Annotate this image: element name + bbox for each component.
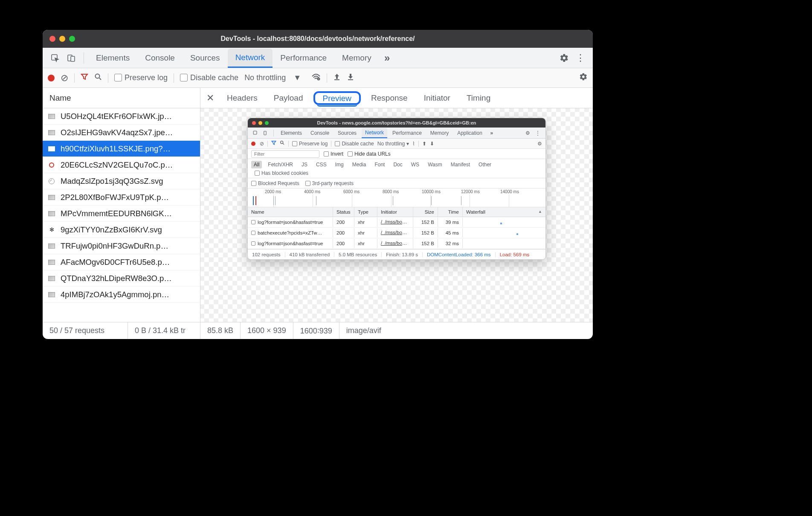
window-title: DevTools - localhost:8080/docs/devtools/… [43, 35, 593, 43]
divider [74, 73, 75, 83]
filter-type-doc: Doc [391, 161, 405, 168]
detail-tab-timing[interactable]: Timing [461, 90, 496, 106]
settings-icon[interactable] [559, 52, 570, 64]
inner-tab-network: Network [362, 128, 387, 138]
chevron-down-icon: ▼ [293, 73, 301, 82]
filter-type-js: JS [299, 161, 310, 168]
detail-tab-initiator[interactable]: Initiator [418, 90, 456, 106]
timeline-tick: 12000 ms [461, 189, 480, 194]
detail-tab-payload[interactable]: Payload [268, 90, 309, 106]
request-row[interactable]: U5OHzQL4tEKFr6OFIxWK.jp… [43, 108, 200, 125]
file-icon [48, 161, 55, 169]
inner-status-requests: 102 requests [248, 252, 285, 257]
inner-settings-icon: ⚙ [524, 130, 531, 136]
request-row[interactable]: MPcVmmemtEEDURBN6lGK… [43, 206, 200, 222]
tab-sources[interactable]: Sources [183, 49, 228, 67]
inspect-icon[interactable] [49, 52, 61, 64]
request-name: MadqZslZpo1sj3qQ3GsZ.svg [61, 177, 163, 186]
timeline-tick: 4000 ms [304, 189, 320, 194]
close-window-button[interactable] [49, 36, 55, 42]
minimize-window-button[interactable] [59, 36, 65, 42]
tab-elements[interactable]: Elements [88, 49, 137, 67]
record-button[interactable] [48, 75, 55, 81]
request-row[interactable]: AFacMOgv6D0CFTr6U5e8.p… [43, 254, 200, 270]
th-initiator: Initiator [377, 207, 413, 217]
download-har-icon[interactable] [347, 73, 354, 83]
disable-cache-checkbox[interactable]: Disable cache [180, 73, 238, 82]
timeline-tick: 8000 ms [383, 189, 399, 194]
request-row[interactable]: 4pIMBj7zOAk1y5Agmmoj.pn… [43, 287, 200, 303]
inner-more-tabs-icon: » [488, 130, 495, 136]
inner-window-title: DevTools - news.google.com/topstories?hl… [248, 120, 545, 125]
inner-network-toolbar: ⊘ Preserve log Disable cache No throttli… [248, 139, 545, 149]
tab-memory[interactable]: Memory [334, 49, 379, 67]
panel-settings-icon[interactable] [579, 72, 588, 84]
file-icon [48, 129, 55, 136]
network-conditions-icon[interactable] [311, 73, 321, 83]
filter-type-other: Other [476, 161, 494, 168]
tab-network[interactable]: Network [228, 49, 273, 68]
detail-tab-headers[interactable]: Headers [221, 90, 264, 106]
divider [84, 52, 84, 64]
filter-icon[interactable] [81, 73, 88, 83]
detail-tab-preview-highlight: Preview [313, 91, 361, 105]
inner-status-load: Load: 569 ms [496, 252, 534, 257]
request-list[interactable]: U5OHzQL4tEKFr6OFIxWK.jp…O2sIJEHG9avKV4aq… [43, 108, 200, 322]
preserve-log-checkbox[interactable]: Preserve log [114, 73, 168, 82]
divider [108, 73, 108, 83]
th-type: Type [354, 207, 377, 217]
detail-tab-preview[interactable]: Preview [317, 90, 358, 107]
filter-type-media: Media [350, 161, 369, 168]
kebab-menu-icon[interactable]: ⋮ [575, 52, 586, 64]
inner-upload-icon: ⬆ [422, 141, 426, 147]
status-requests: 50 / 57 requests [43, 322, 128, 339]
request-name: AFacMOgv6D0CFTr6U5e8.p… [61, 258, 170, 267]
tab-console[interactable]: Console [137, 49, 183, 67]
inner-invert: Invert [324, 151, 343, 157]
request-name: 20E6CLcSzNV2GELQu7oC.p… [61, 160, 173, 170]
svg-rect-7 [253, 131, 257, 134]
detail-tab-response[interactable]: Response [365, 90, 414, 106]
th-time: Time [438, 207, 463, 217]
inner-table-row: log?format=json&hasfast=true200xhr/_/mss… [248, 217, 545, 228]
disable-cache-label: Disable cache [190, 73, 238, 82]
inner-filter-icon [271, 140, 276, 147]
throttling-select[interactable]: No throttling ▼ [244, 73, 305, 82]
svg-rect-6 [348, 79, 353, 80]
devtools-window: DevTools - localhost:8080/docs/devtools/… [43, 30, 593, 339]
device-toggle-icon[interactable] [66, 52, 77, 64]
inner-download-icon: ⬇ [430, 141, 434, 147]
inner-search-icon [280, 140, 285, 147]
request-row[interactable]: QTDnaY32hLDipeRW8e3O.p… [43, 270, 200, 287]
clear-button[interactable]: ⊘ [61, 72, 68, 84]
maximize-window-button[interactable] [69, 36, 75, 42]
divider [327, 73, 327, 83]
file-icon [48, 113, 55, 120]
more-tabs-button[interactable]: » [382, 52, 393, 64]
filter-type-font: Font [372, 161, 387, 168]
inner-tab-performance: Performance [389, 128, 425, 138]
close-detail-icon[interactable]: ✕ [206, 93, 214, 104]
request-row[interactable]: ✻9gzXiTYY0nZzBxGI6KrV.svg [43, 222, 200, 238]
preview-pane: DevTools - news.google.com/topstories?hl… [200, 108, 593, 322]
search-icon[interactable] [94, 73, 102, 83]
request-row[interactable]: TRFujw0pi0nHF3GwDuRn.p… [43, 238, 200, 254]
request-name: O2sIJEHG9avKV4aqzSx7.jpe… [61, 128, 173, 137]
request-row[interactable]: 2P2L80XfBoFWJFxU9TpK.p… [43, 189, 200, 206]
status-dimensions: 1600 × 939 [241, 322, 293, 339]
request-row[interactable]: h90CtfziXluvh1LSSKJE.png?… [43, 141, 200, 157]
inner-titlebar: DevTools - news.google.com/topstories?hl… [248, 118, 545, 128]
tab-performance[interactable]: Performance [273, 49, 334, 67]
file-icon [48, 145, 55, 153]
status-aspect: 1600∶939 [293, 322, 339, 339]
file-icon [48, 194, 55, 201]
request-row[interactable]: 20E6CLcSzNV2GELQu7oC.p… [43, 157, 200, 173]
sidebar-header-name[interactable]: Name [43, 88, 200, 108]
upload-har-icon[interactable] [333, 73, 341, 83]
filter-type-wasm: Wasm [425, 161, 445, 168]
svg-rect-2 [71, 56, 75, 61]
inner-overview-timeline: 2000 ms4000 ms6000 ms8000 ms10000 ms1200… [248, 188, 545, 207]
main-area: Name U5OHzQL4tEKFr6OFIxWK.jp…O2sIJEHG9av… [43, 88, 593, 322]
request-row[interactable]: O2sIJEHG9avKV4aqzSx7.jpe… [43, 125, 200, 141]
request-row[interactable]: MadqZslZpo1sj3qQ3GsZ.svg [43, 173, 200, 189]
